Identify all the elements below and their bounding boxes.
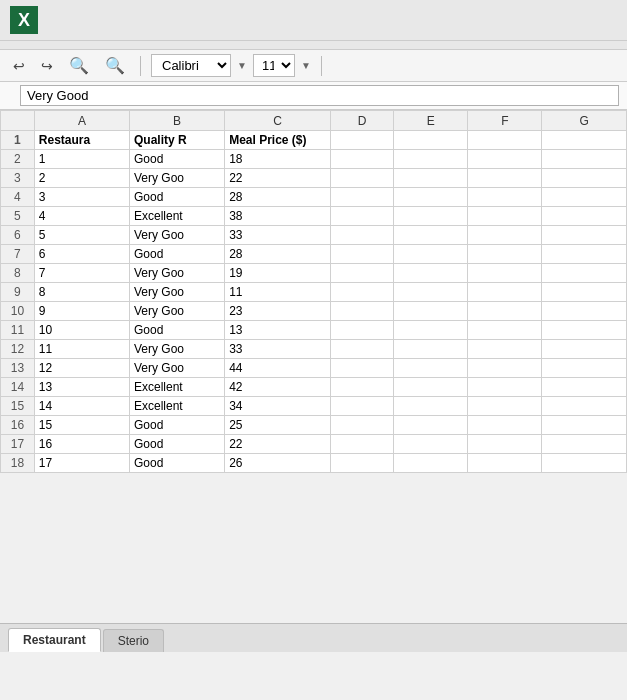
col-header-b[interactable]: B <box>129 111 224 131</box>
cell-18-d[interactable] <box>330 454 393 473</box>
cell-4-c[interactable]: 28 <box>225 188 331 207</box>
bold-button[interactable] <box>332 64 342 68</box>
menu-help[interactable] <box>152 43 160 47</box>
cell-12-a[interactable]: 11 <box>34 340 129 359</box>
col-header-e[interactable]: E <box>394 111 468 131</box>
cell-4-d[interactable] <box>330 188 393 207</box>
cell-16-c[interactable]: 25 <box>225 416 331 435</box>
cell-8-e[interactable] <box>394 264 468 283</box>
cell-9-f[interactable] <box>468 283 542 302</box>
cell-6-c[interactable]: 33 <box>225 226 331 245</box>
cell-11-a[interactable]: 10 <box>34 321 129 340</box>
cell-14-b[interactable]: Excellent <box>129 378 224 397</box>
cell-3-a[interactable]: 2 <box>34 169 129 188</box>
col-header-c[interactable]: C <box>225 111 331 131</box>
cell-8-d[interactable] <box>330 264 393 283</box>
cell-18-b[interactable]: Good <box>129 454 224 473</box>
cell-4-f[interactable] <box>468 188 542 207</box>
cell-17-f[interactable] <box>468 435 542 454</box>
cell-12-f[interactable] <box>468 340 542 359</box>
cell-14-g[interactable] <box>542 378 627 397</box>
cell-2-b[interactable]: Good <box>129 150 224 169</box>
cell-2-f[interactable] <box>468 150 542 169</box>
cell-7-a[interactable]: 6 <box>34 245 129 264</box>
cell-5-b[interactable]: Excellent <box>129 207 224 226</box>
underline-button[interactable] <box>364 64 374 68</box>
font-selector[interactable]: Calibri <box>151 54 231 77</box>
cell-7-b[interactable]: Good <box>129 245 224 264</box>
cell-17-a[interactable]: 16 <box>34 435 129 454</box>
cell-16-f[interactable] <box>468 416 542 435</box>
cell-17-c[interactable]: 22 <box>225 435 331 454</box>
cell-4-g[interactable] <box>542 188 627 207</box>
cell-10-b[interactable]: Very Goo <box>129 302 224 321</box>
cell-2-g[interactable] <box>542 150 627 169</box>
cell-6-a[interactable]: 5 <box>34 226 129 245</box>
cell-15-g[interactable] <box>542 397 627 416</box>
cell-17-b[interactable]: Good <box>129 435 224 454</box>
cell-16-e[interactable] <box>394 416 468 435</box>
cell-8-g[interactable] <box>542 264 627 283</box>
cell-6-b[interactable]: Very Goo <box>129 226 224 245</box>
cell-3-f[interactable] <box>468 169 542 188</box>
cell-7-e[interactable] <box>394 245 468 264</box>
cell-5-f[interactable] <box>468 207 542 226</box>
cell-7-f[interactable] <box>468 245 542 264</box>
cell-13-a[interactable]: 12 <box>34 359 129 378</box>
cell-10-g[interactable] <box>542 302 627 321</box>
cell-1-e[interactable] <box>394 131 468 150</box>
cell-11-c[interactable]: 13 <box>225 321 331 340</box>
cell-3-e[interactable] <box>394 169 468 188</box>
cell-2-c[interactable]: 18 <box>225 150 331 169</box>
cell-16-d[interactable] <box>330 416 393 435</box>
cell-5-a[interactable]: 4 <box>34 207 129 226</box>
cell-16-b[interactable]: Good <box>129 416 224 435</box>
cell-11-b[interactable]: Good <box>129 321 224 340</box>
cell-3-d[interactable] <box>330 169 393 188</box>
cell-17-e[interactable] <box>394 435 468 454</box>
cell-1-f[interactable] <box>468 131 542 150</box>
cell-18-e[interactable] <box>394 454 468 473</box>
cell-5-e[interactable] <box>394 207 468 226</box>
cell-10-a[interactable]: 9 <box>34 302 129 321</box>
cell-17-g[interactable] <box>542 435 627 454</box>
italic-button[interactable] <box>348 64 358 68</box>
cell-4-a[interactable]: 3 <box>34 188 129 207</box>
cell-12-c[interactable]: 33 <box>225 340 331 359</box>
cell-16-a[interactable]: 15 <box>34 416 129 435</box>
cell-1-d[interactable] <box>330 131 393 150</box>
cell-2-e[interactable] <box>394 150 468 169</box>
font-size-selector[interactable]: 11 <box>253 54 295 77</box>
cell-1-a[interactable]: Restaura <box>34 131 129 150</box>
cell-12-b[interactable]: Very Goo <box>129 340 224 359</box>
undo-button[interactable]: ↩ <box>8 56 30 76</box>
cell-3-c[interactable]: 22 <box>225 169 331 188</box>
cell-9-c[interactable]: 11 <box>225 283 331 302</box>
col-header-g[interactable]: G <box>542 111 627 131</box>
cell-13-g[interactable] <box>542 359 627 378</box>
cell-9-e[interactable] <box>394 283 468 302</box>
cell-6-e[interactable] <box>394 226 468 245</box>
cell-17-d[interactable] <box>330 435 393 454</box>
col-header-d[interactable]: D <box>330 111 393 131</box>
cell-8-b[interactable]: Very Goo <box>129 264 224 283</box>
menu-edit[interactable] <box>74 43 82 47</box>
cell-5-d[interactable] <box>330 207 393 226</box>
cell-1-g[interactable] <box>542 131 627 150</box>
cell-6-g[interactable] <box>542 226 627 245</box>
cell-15-a[interactable]: 14 <box>34 397 129 416</box>
cell-18-c[interactable]: 26 <box>225 454 331 473</box>
formula-input[interactable] <box>20 85 619 106</box>
cell-8-f[interactable] <box>468 264 542 283</box>
cell-13-d[interactable] <box>330 359 393 378</box>
cell-10-c[interactable]: 23 <box>225 302 331 321</box>
col-header-a[interactable]: A <box>34 111 129 131</box>
cell-9-a[interactable]: 8 <box>34 283 129 302</box>
cell-10-e[interactable] <box>394 302 468 321</box>
cell-12-g[interactable] <box>542 340 627 359</box>
cell-7-g[interactable] <box>542 245 627 264</box>
cell-15-c[interactable]: 34 <box>225 397 331 416</box>
cell-1-c[interactable]: Meal Price ($) <box>225 131 331 150</box>
menu-format[interactable] <box>126 43 134 47</box>
cell-7-c[interactable]: 28 <box>225 245 331 264</box>
